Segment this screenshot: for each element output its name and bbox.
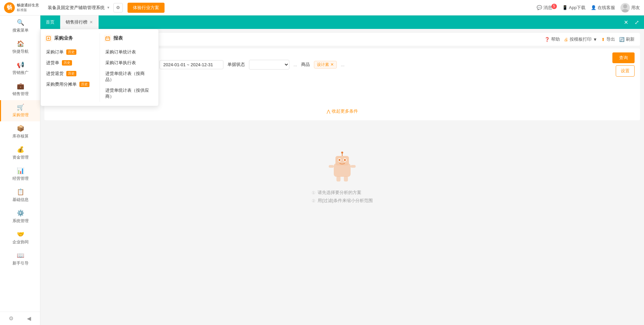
avatar <box>620 3 630 12</box>
tab-home-label: 首页 <box>46 19 55 25</box>
print-icon: 🖨 <box>564 37 568 42</box>
inventory-icon: 📦 <box>17 125 24 132</box>
goods-tag-close[interactable]: ✕ <box>330 62 334 67</box>
sidebar-item-label: 经营管理 <box>12 176 29 181</box>
purchase-order-exec-item[interactable]: 采购订单执行表 <box>104 57 155 68</box>
goods-return-label: 进货退货 <box>46 71 64 77</box>
sidebar-item-inventory[interactable]: 📦 库存核算 <box>0 121 40 143</box>
goods-stat-by-goods-item[interactable]: 进货单统计表（按商品） <box>104 68 155 85</box>
print-button[interactable]: 🖨 按模板打印 ▼ <box>564 36 597 42</box>
purchase-expense-item[interactable]: 采购费用分摊单 历史 <box>45 79 96 90</box>
sidebar-collapse-button[interactable]: ◀ <box>22 315 37 322</box>
filter-actions: 查询 设置 <box>612 52 635 77</box>
purchase-order-history-badge: 历史 <box>66 49 76 55</box>
sidebar-settings-button[interactable]: ⚙ <box>3 315 19 322</box>
logo-icon: 畅 <box>4 2 15 13</box>
purchase-expense-label: 采购费用分摊单 <box>46 81 77 87</box>
purchase-order-exec-label: 采购订单执行表 <box>105 60 136 66</box>
system-dropdown-arrow[interactable]: ▼ <box>107 6 110 9</box>
svg-point-1 <box>622 9 629 12</box>
tab-close-icon[interactable]: ✕ <box>90 20 93 25</box>
sidebar-item-label: 企业协同 <box>12 239 29 245</box>
sidebar-item-search[interactable]: 🔍 搜索菜单 <box>0 15 40 37</box>
top-bar: 畅 畅捷通好生意 标准版 装备及固定资产辅助管理系统 ▼ ⚙ 体验行业方案 💬 … <box>0 0 644 15</box>
help-icon: ❓ <box>544 37 550 42</box>
sidebar-item-purchase[interactable]: 🛒 采购管理 <box>0 100 40 121</box>
sidebar-item-label: 库存核算 <box>12 133 29 139</box>
empty-illustration <box>325 150 359 184</box>
empty-state: 请先选择要分析的方案 用[过滤]条件来缩小分析范围 <box>44 123 640 233</box>
sidebar-item-collab[interactable]: 🤝 企业协同 <box>0 227 40 248</box>
svg-rect-15 <box>106 37 110 40</box>
app-download-button[interactable]: 📱 App下载 <box>562 5 585 11</box>
doc-status-dots[interactable]: ... <box>293 62 297 67</box>
goods-return-history-badge: 历史 <box>66 71 76 76</box>
sidebar-item-marketing[interactable]: 📢 营销推广 <box>0 58 40 79</box>
doc-status-select[interactable] <box>249 60 289 70</box>
purchase-order-stat-item[interactable]: 采购订单统计表 <box>104 47 155 57</box>
industry-btn[interactable]: 体验行业方案 <box>128 3 165 13</box>
refresh-button[interactable]: 🔄 刷新 <box>619 36 635 42</box>
sidebar-item-quicknav[interactable]: 🏠 快捷导航 <box>0 37 40 58</box>
sidebar-item-label: 新手引导 <box>12 260 29 266</box>
dropdown-menu: 采购业务 采购订单 历史 进货单 历史 进货退货 历史 采购费用分摊单 历史 <box>40 29 159 106</box>
home-icon: 🏠 <box>17 40 24 47</box>
doc-status-label: 单据状态 <box>227 62 245 68</box>
report-col: 报表 采购订单统计表 采购订单执行表 进货单统计表（按商品） 进货单统计表（按供… <box>100 33 159 102</box>
help-button[interactable]: ❓ 帮助 <box>544 36 560 42</box>
sidebar-item-newbie[interactable]: 📖 新手引导 <box>0 248 40 270</box>
goods-receipt-item[interactable]: 进货单 历史 <box>45 57 96 68</box>
online-service-button[interactable]: 👤 在线客服 <box>591 5 615 11</box>
export-button[interactable]: ⬆ 导出 <box>601 36 615 42</box>
goods-return-item[interactable]: 进货退货 历史 <box>45 68 96 79</box>
sidebar-item-label: 营销推广 <box>12 70 29 76</box>
app-icon: 📱 <box>562 5 568 10</box>
tab-home[interactable]: 首页 <box>40 15 60 29</box>
goods-stat-by-supplier-item[interactable]: 进货单统计表（按供应商） <box>104 85 155 102</box>
tab-expand-button[interactable]: ⤢ <box>632 17 641 27</box>
message-badge: 5 <box>551 4 557 9</box>
sidebar-item-label: 基础信息 <box>12 197 29 203</box>
goods-stat-by-supplier-label: 进货单统计表（按供应商） <box>105 87 153 99</box>
sales-icon: 💼 <box>17 82 24 90</box>
goods-dots[interactable]: ... <box>341 62 345 67</box>
svg-point-0 <box>623 4 627 8</box>
date-range-input[interactable] <box>159 60 223 69</box>
svg-rect-12 <box>336 176 341 181</box>
report-col-icon <box>104 35 111 42</box>
settings-button[interactable]: 设置 <box>616 65 635 77</box>
user-button[interactable]: 用友 <box>620 3 640 12</box>
system-icon: ⚙️ <box>17 209 24 217</box>
tab-bar: 首页 销售排行榜 ✕ ✕ ⤢ <box>40 15 644 29</box>
newbie-icon: 📖 <box>17 252 24 259</box>
empty-hint-1: 请先选择要分析的方案 <box>312 190 372 196</box>
capital-icon: 💰 <box>17 146 24 153</box>
collapse-button[interactable]: ⋀ 收起更多条件 <box>325 106 360 116</box>
base-icon: 📋 <box>17 188 24 196</box>
logo-text: 畅捷通好生意 标准版 <box>17 3 39 12</box>
sidebar-item-base[interactable]: 📋 基础信息 <box>0 185 40 206</box>
sidebar-item-label: 搜索菜单 <box>12 28 29 33</box>
system-settings-button[interactable]: ⚙ <box>113 3 123 12</box>
tab-sales-rank[interactable]: 销售排行榜 ✕ <box>60 15 99 29</box>
sidebar-item-capital[interactable]: 💰 资金管理 <box>0 143 40 164</box>
sidebar-item-system[interactable]: ⚙️ 系统管理 <box>0 206 40 227</box>
empty-hint-list: 请先选择要分析的方案 用[过滤]条件来缩小分析范围 <box>312 190 372 206</box>
sidebar-item-label: 快捷导航 <box>12 49 29 54</box>
sidebar: 🔍 搜索菜单 🏠 快捷导航 📢 营销推广 💼 销售管理 🛒 采购管理 📦 库存核… <box>0 15 40 325</box>
message-button[interactable]: 💬 消息 5 <box>537 5 557 11</box>
purchase-col-title: 采购业务 <box>45 33 96 43</box>
purchase-col-icon <box>45 35 52 42</box>
print-dropdown-arrow[interactable]: ▼ <box>593 37 597 42</box>
empty-hint-2: 用[过滤]条件来缩小分析范围 <box>312 198 372 204</box>
query-button[interactable]: 查询 <box>612 52 635 63</box>
svg-point-6 <box>338 159 341 161</box>
purchase-business-col: 采购业务 采购订单 历史 进货单 历史 进货退货 历史 采购费用分摊单 历史 <box>41 33 100 102</box>
sidebar-item-operations[interactable]: 📊 经营管理 <box>0 164 40 185</box>
tab-bar-actions: ✕ ⤢ <box>621 17 644 27</box>
tab-close-all-button[interactable]: ✕ <box>621 17 631 27</box>
svg-rect-10 <box>329 165 334 168</box>
purchase-order-stat-label: 采购订单统计表 <box>105 49 136 55</box>
sidebar-item-sales[interactable]: 💼 销售管理 <box>0 79 40 100</box>
purchase-order-item[interactable]: 采购订单 历史 <box>45 47 96 57</box>
